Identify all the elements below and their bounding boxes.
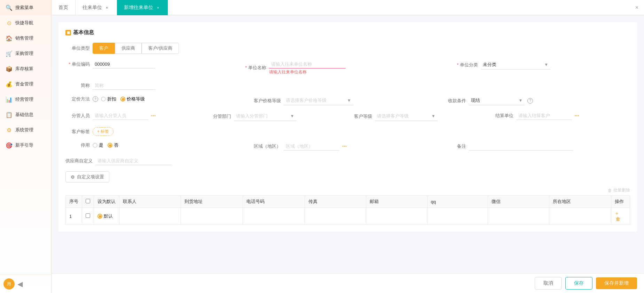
price-level-label: 客户价格等级 (254, 98, 281, 104)
sidebar-item-finance[interactable]: 💰 资金管理 (0, 76, 51, 92)
payment-terms-label: 收款条件 (442, 98, 466, 104)
disabled-region-row: 停用 是 否 区 (65, 142, 630, 150)
unit-type-row: 单位类型 客户 供应商 客户/供应商 (65, 43, 630, 54)
sidebar-bottom: 用 ◀ (0, 275, 51, 293)
row-default-label: 默认 (104, 213, 113, 219)
fax-input[interactable] (308, 214, 362, 219)
radio-dot (122, 98, 124, 100)
type-btn-customer[interactable]: 客户 (93, 43, 115, 54)
radio-yes[interactable]: 是 (93, 142, 103, 148)
unit-code-field: 单位编码 (65, 60, 242, 68)
remark-input[interactable] (469, 142, 573, 150)
pricing-method-label: 定价方法 (65, 96, 90, 102)
contact-input[interactable] (123, 214, 177, 219)
sidebar-item-inventory[interactable]: 📦 库存核算 (0, 61, 51, 76)
address-input[interactable] (184, 214, 239, 219)
radio-no-label: 否 (114, 142, 118, 148)
cancel-button[interactable]: 取消 (535, 277, 562, 290)
unit-category-label: 单位分类 (454, 62, 478, 68)
tab-partner-close[interactable]: × (104, 5, 110, 10)
sidebar-collapse-icon[interactable]: ◀ (17, 280, 23, 288)
pricing-row: 定价方法 ? 折扣 价格等级 (65, 96, 630, 105)
type-btn-both[interactable]: 客户/供应商 (142, 43, 179, 54)
tag-row: 客户标签 + 标签 (65, 127, 630, 136)
pricing-help-icon[interactable]: ? (93, 96, 98, 102)
row-delete-btn[interactable]: 🗑 (615, 216, 620, 222)
manager-more-btn[interactable]: ··· (151, 113, 156, 119)
cell-index: 1 (66, 208, 82, 225)
col-default: 设为默认 (94, 196, 119, 208)
sidebar-item-guide[interactable]: 🎯 新手引导 (0, 138, 51, 153)
row-default-radio[interactable]: 默认 (97, 213, 116, 219)
section-icon: ▣ (65, 30, 71, 35)
sidebar-item-basic[interactable]: 📋 基础信息 (0, 107, 51, 122)
settlement-more-btn[interactable]: ··· (575, 113, 579, 119)
custom-settings-button[interactable]: ⚙ 自定义项设置 (65, 171, 109, 182)
batch-delete-button[interactable]: 🗑 批量删除 (608, 187, 630, 193)
sidebar-item-system[interactable]: ⚙ 系统管理 (0, 122, 51, 138)
col-contact: 联系人 (119, 196, 181, 208)
cell-action: + 🗑 (611, 208, 630, 225)
basic-icon: 📋 (6, 111, 13, 118)
sidebar-item-search[interactable]: 🔍 搜索菜单 (0, 0, 51, 15)
region-more-btn[interactable]: ··· (342, 143, 347, 149)
row-checkbox[interactable] (86, 213, 90, 218)
row-add-btn[interactable]: + (615, 211, 618, 216)
row-region-input[interactable] (553, 214, 607, 219)
region-label: 区域（地区） (254, 143, 281, 149)
tab-partner[interactable]: 往来单位 × (76, 0, 117, 15)
unit-code-input[interactable] (93, 60, 155, 68)
sidebar-item-quick-nav[interactable]: ⊙ 快捷导航 (0, 15, 51, 31)
qq-input[interactable] (431, 214, 484, 219)
customer-level-field: 客户等级 请选择客户等级 ▼ (348, 112, 489, 121)
settlement-input[interactable] (516, 112, 572, 120)
content-area: ▣ 基本信息 单位类型 客户 供应商 客户/供应商 单位编码 (52, 15, 644, 273)
tab-new-partner-close[interactable]: × (155, 5, 161, 10)
price-level-chevron: ▼ (347, 98, 351, 103)
save-button[interactable]: 保存 (565, 277, 592, 290)
price-level-placeholder: 请选择客户价格等级 (286, 97, 346, 104)
section-title: ▣ 基本信息 (65, 29, 630, 36)
tab-new-partner[interactable]: 新增往来单位 × (117, 0, 168, 15)
email-input[interactable] (370, 214, 424, 219)
radio-discount[interactable]: 折扣 (101, 96, 116, 102)
tab-bar-close[interactable]: × (630, 5, 644, 11)
sidebar-item-operations[interactable]: 📊 经营管理 (0, 92, 51, 107)
customer-level-select[interactable]: 请选择客户等级 ▼ (375, 112, 438, 121)
select-all-checkbox[interactable] (86, 199, 90, 203)
contact-table-container: 序号 设为默认 联系人 到货地址 电话号码 传真 邮箱 qq 微信 所在地区 操… (65, 195, 630, 225)
cell-address (181, 208, 243, 225)
radio-no[interactable]: 否 (108, 142, 118, 148)
department-select[interactable]: 请输入分管部门 ▼ (234, 112, 297, 121)
supplier-custom-input[interactable] (95, 157, 172, 165)
manager-input[interactable] (93, 112, 148, 120)
radio-no-circle (108, 143, 112, 148)
sidebar-item-sales[interactable]: 🏠 销售管理 (0, 31, 51, 46)
manager-field: 分管人员 ··· (65, 112, 207, 120)
sidebar-item-purchase[interactable]: 🛒 采购管理 (0, 46, 51, 61)
save-new-button[interactable]: 保存并新增 (596, 277, 637, 289)
tab-home[interactable]: 首页 (52, 0, 76, 15)
radio-price-level-label: 价格等级 (127, 96, 145, 102)
table-row: 1 默认 (66, 208, 630, 225)
region-input[interactable] (284, 142, 339, 150)
add-tag-button[interactable]: + 标签 (93, 127, 113, 136)
wechat-input[interactable] (492, 214, 545, 219)
add-tag-label: + 标签 (97, 129, 109, 135)
phone-input[interactable] (246, 214, 301, 219)
cell-phone (243, 208, 305, 225)
tag-label: 客户标签 (65, 129, 90, 135)
payment-terms-value: 现结 (471, 97, 517, 104)
price-level-select[interactable]: 请选择客户价格等级 ▼ (284, 96, 353, 105)
short-name-input[interactable] (93, 81, 155, 90)
unit-category-select[interactable]: 未分类 ▼ (481, 60, 550, 70)
radio-discount-circle (101, 97, 106, 101)
type-btn-supplier[interactable]: 供应商 (115, 43, 142, 54)
tag-field: 客户标签 + 标签 (65, 127, 630, 136)
payment-help-icon[interactable]: ? (527, 98, 533, 104)
unit-name-input[interactable] (269, 60, 346, 68)
payment-terms-select[interactable]: 现结 ▼ (469, 96, 525, 105)
cell-checkbox (82, 208, 94, 225)
radio-price-level[interactable]: 价格等级 (120, 96, 145, 102)
footer: 取消 保存 保存并新增 (52, 273, 644, 293)
